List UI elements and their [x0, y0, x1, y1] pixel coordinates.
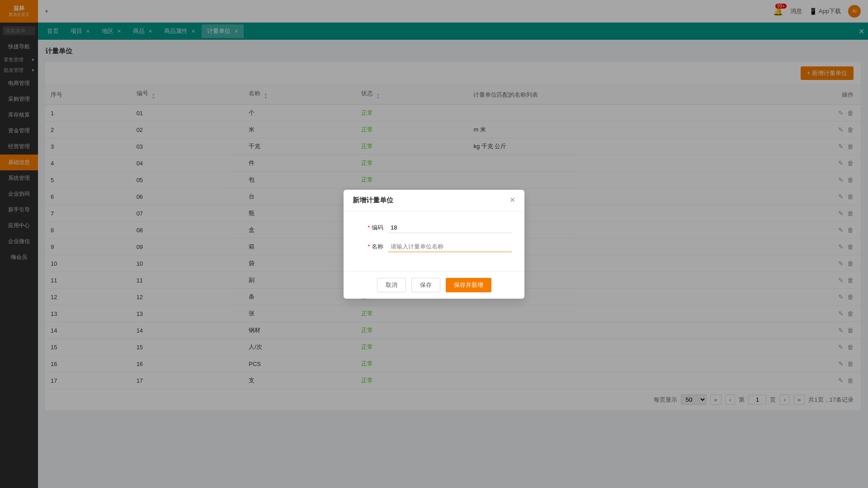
save-button[interactable]: 保存: [411, 278, 440, 292]
name-input[interactable]: [388, 241, 512, 252]
modal-overlay: 新增计量单位 ✕ 编码 名称 取消 保存 保存并新增: [38, 40, 868, 488]
modal-header: 新增计量单位 ✕: [344, 190, 524, 211]
modal-footer: 取消 保存 保存并新增: [344, 271, 524, 299]
form-row-code: 编码: [356, 222, 512, 233]
save-and-new-button[interactable]: 保存并新增: [446, 278, 491, 292]
content-area: 计量单位 + 新增计量单位 序号 编号 ▲ ▼: [38, 40, 868, 488]
add-unit-modal: 新增计量单位 ✕ 编码 名称 取消 保存 保存并新增: [344, 190, 524, 299]
code-input[interactable]: [388, 222, 512, 233]
form-row-name: 名称: [356, 241, 512, 252]
modal-title: 新增计量单位: [353, 196, 393, 205]
cancel-button[interactable]: 取消: [377, 278, 406, 292]
name-label: 名称: [356, 243, 383, 251]
modal-close-button[interactable]: ✕: [509, 197, 515, 204]
modal-body: 编码 名称: [344, 211, 524, 271]
code-label: 编码: [356, 224, 383, 232]
main-area: ▾ 🔔 99+ 消息 📱 App下载 Ai 首页 项目 ✕: [38, 0, 868, 488]
